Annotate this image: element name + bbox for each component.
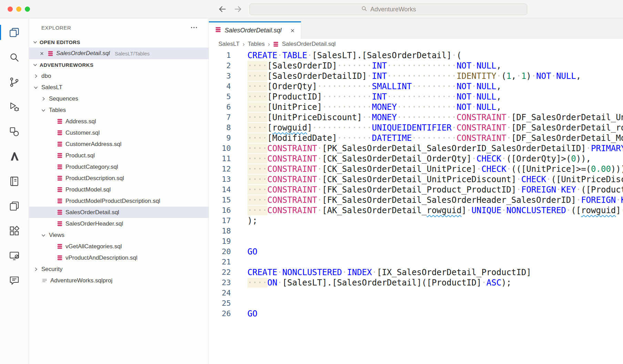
tree-item-adventureworks-sqlproj[interactable]: AdventureWorks.sqlproj xyxy=(29,275,208,286)
back-button[interactable] xyxy=(218,4,227,14)
tree-item-salesorderdetail-sql[interactable]: SalesOrderDetail.sql xyxy=(29,207,208,218)
activity-feedback-button[interactable] xyxy=(0,268,29,293)
indent-spacer xyxy=(48,130,54,136)
open-editor-item[interactable]: SalesOrderDetail.sql SalesLT/Tables xyxy=(29,48,208,59)
command-center-search[interactable]: AdventureWorks xyxy=(249,3,527,15)
line-number: 13 xyxy=(209,174,231,185)
tree-item-sequences[interactable]: Sequences xyxy=(29,93,208,104)
maximize-window-button[interactable] xyxy=(25,7,30,12)
code-line: 21 xyxy=(209,257,623,267)
code-line-text xyxy=(247,257,252,267)
code-line: 24 xyxy=(209,288,623,298)
tab-label: SalesOrderDetail.sql xyxy=(225,27,282,34)
line-number: 25 xyxy=(209,298,231,309)
code-line: 26GO xyxy=(209,309,623,319)
minimize-window-button[interactable] xyxy=(16,7,21,12)
code-line-text: ····[UnitPrice]··········MONEY··········… xyxy=(247,102,501,112)
tree-item-productdescription-sql[interactable]: ProductDescription.sql xyxy=(29,173,208,184)
database-icon xyxy=(47,51,53,56)
code-line: 20GO xyxy=(209,247,623,257)
database-icon xyxy=(57,187,63,193)
database-icon xyxy=(57,141,63,147)
activity-azure-button[interactable] xyxy=(0,144,29,169)
line-number: 9 xyxy=(209,133,231,143)
code-line-text: ····[OrderQty]···········SMALLINT·······… xyxy=(247,81,501,92)
tree-item-dbo[interactable]: dbo xyxy=(29,70,208,82)
breadcrumb-item-file[interactable]: SalesOrderDetail.sql xyxy=(282,41,336,48)
indent-spacer xyxy=(48,164,54,170)
open-editors-header[interactable]: OPEN EDITORS xyxy=(29,37,208,48)
sidebar-header: EXPLORER xyxy=(29,19,208,37)
tree-item-salesorderheader-sql[interactable]: SalesOrderHeader.sql xyxy=(29,218,208,229)
indent-spacer xyxy=(48,244,54,249)
code-line-text: ····CONSTRAINT·[AK_SalesOrderDetail_rowg… xyxy=(247,205,623,216)
tree-item-customer-sql[interactable]: Customer.sql xyxy=(29,127,208,138)
database-icon xyxy=(57,198,63,204)
code-line-text: ····CONSTRAINT·[CK_SalesOrderDetail_Orde… xyxy=(247,154,591,164)
line-number: 2 xyxy=(209,61,231,71)
tree-item-label: Views xyxy=(49,232,64,239)
tree-item-address-sql[interactable]: Address.sql xyxy=(29,116,208,127)
tree-item-label: Customer.sql xyxy=(65,129,100,136)
code-line-text: ····[UnitPriceDiscount]··MONEY··········… xyxy=(247,112,623,123)
breadcrumb-item-schema[interactable]: SalesLT xyxy=(218,41,239,48)
code-line: 15····CONSTRAINT·[FK_SalesOrderDetail_Sa… xyxy=(209,195,623,205)
activity-run-debug-button[interactable] xyxy=(0,94,29,119)
open-editors-label: OPEN EDITORS xyxy=(40,39,80,45)
project-section-header[interactable]: ADVENTUREWORKS xyxy=(29,59,208,70)
tree-item-customeraddress-sql[interactable]: CustomerAddress.sql xyxy=(29,138,208,150)
breadcrumb-item-folder[interactable]: Tables xyxy=(248,41,265,48)
activity-search-button[interactable] xyxy=(0,45,29,70)
code-line: 1CREATE·TABLE·[SalesLT].[SalesOrderDetai… xyxy=(209,50,623,61)
search-icon xyxy=(9,52,20,63)
code-line: 17); xyxy=(209,216,623,226)
code-line-text: ····[rowguid]············UNIQUEIDENTIFIE… xyxy=(247,123,623,133)
tree-item-saleslt[interactable]: SalesLT xyxy=(29,82,208,93)
forward-button[interactable] xyxy=(233,4,243,14)
tree-item-label: Tables xyxy=(49,107,66,114)
tab-salesorderdetail[interactable]: SalesOrderDetail.sql xyxy=(209,21,301,39)
tree-item-security[interactable]: Security xyxy=(29,263,208,275)
code-line-text: ····CONSTRAINT·[CK_SalesOrderDetail_Unit… xyxy=(247,164,623,174)
line-number: 15 xyxy=(209,195,231,205)
titlebar: AdventureWorks xyxy=(0,0,623,18)
indent-spacer xyxy=(48,176,54,181)
activity-remote-monitor-button[interactable] xyxy=(0,243,29,268)
code-editor[interactable]: 1CREATE·TABLE·[SalesLT].[SalesOrderDetai… xyxy=(209,50,623,364)
tree-item-productmodelproductdescription-sql[interactable]: ProductModelProductDescription.sql xyxy=(29,195,208,207)
close-tab-button[interactable] xyxy=(290,28,295,33)
objects-icon xyxy=(9,126,20,137)
tree-item-vproductanddescription-sql[interactable]: vProductAndDescription.sql xyxy=(29,252,208,263)
tree-item-label: vProductAndDescription.sql xyxy=(65,254,137,261)
code-line: 14····CONSTRAINT·[FK_SalesOrderDetail_Pr… xyxy=(209,185,623,195)
line-number: 10 xyxy=(209,143,231,154)
tree-item-label: ProductModelProductDescription.sql xyxy=(65,198,160,205)
code-line: 23····ON·[SalesLT].[SalesOrderDetail]([P… xyxy=(209,278,623,288)
code-line: 5····[ProductID]··········INT···········… xyxy=(209,92,623,102)
tree-item-label: SalesOrderHeader.sql xyxy=(65,220,123,227)
activity-notebooks-button[interactable] xyxy=(0,169,29,194)
tree-item-productmodel-sql[interactable]: ProductModel.sql xyxy=(29,184,208,195)
close-window-button[interactable] xyxy=(8,7,13,12)
database-icon xyxy=(215,27,221,34)
open-editor-description: SalesLT/Tables xyxy=(115,51,150,56)
indent-spacer xyxy=(33,278,39,283)
run-debug-icon xyxy=(9,101,20,113)
activity-source-control-button[interactable] xyxy=(0,70,29,94)
code-line-text: CREATE·NONCLUSTERED·INDEX·[IX_SalesOrder… xyxy=(247,267,531,278)
more-actions-button[interactable] xyxy=(190,23,198,32)
activity-extensions-button[interactable] xyxy=(0,218,29,243)
code-line-text xyxy=(247,298,252,309)
activity-objects-button[interactable] xyxy=(0,119,29,144)
code-line: 25 xyxy=(209,298,623,309)
activity-explorer-button[interactable] xyxy=(0,20,29,45)
activity-pages-button[interactable] xyxy=(0,194,29,218)
database-icon xyxy=(273,41,279,47)
tree-item-productcategory-sql[interactable]: ProductCategory.sql xyxy=(29,161,208,173)
tree-item-tables[interactable]: Tables xyxy=(29,104,208,116)
tree-item-product-sql[interactable]: Product.sql xyxy=(29,150,208,161)
close-editor-button[interactable] xyxy=(39,51,44,56)
code-line-text: GO xyxy=(247,309,257,319)
tree-item-views[interactable]: Views xyxy=(29,229,208,241)
tree-item-vgetallcategories-sql[interactable]: vGetAllCategories.sql xyxy=(29,241,208,252)
